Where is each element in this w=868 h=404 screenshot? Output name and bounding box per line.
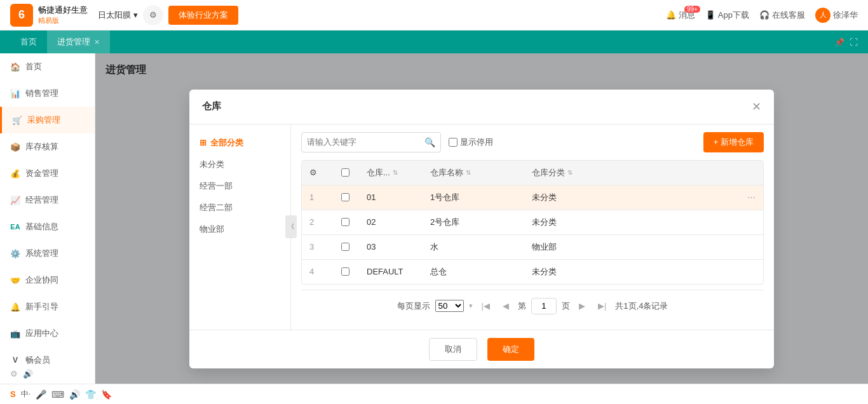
page-input[interactable] bbox=[531, 298, 557, 314]
sidebar-item-guide[interactable]: 🔔 新手引导 bbox=[0, 293, 95, 320]
basic-info-icon: EA bbox=[10, 222, 20, 232]
sidebar-item-collab[interactable]: 🤝 企业协同 bbox=[0, 267, 95, 293]
select-all-checkbox[interactable] bbox=[341, 168, 349, 177]
sidebar-audio-icon[interactable]: 🔊 bbox=[23, 369, 33, 379]
per-page-select[interactable]: 50 10 20 100 bbox=[435, 300, 464, 312]
sidebar-label-system: 系统管理 bbox=[25, 248, 58, 259]
sidebar-label-sales: 销售管理 bbox=[25, 88, 58, 99]
cell-more-4 bbox=[626, 260, 763, 284]
sidebar-item-system[interactable]: ⚙️ 系统管理 bbox=[0, 240, 95, 267]
show-disabled-label[interactable]: 显示停用 bbox=[449, 137, 493, 148]
app-download-btn[interactable]: 📱 App下载 bbox=[705, 10, 749, 21]
cell-more-1: ··· bbox=[626, 185, 763, 210]
settings-icon[interactable]: ⚙ bbox=[143, 5, 163, 25]
apps-icon: 📺 bbox=[10, 328, 20, 339]
tab-purchase[interactable]: 进货管理 ✕ bbox=[47, 30, 110, 53]
col-code: 仓库... ⇅ bbox=[359, 161, 423, 185]
sidebar-item-business[interactable]: 📈 经营管理 bbox=[0, 187, 95, 213]
cancel-button[interactable]: 取消 bbox=[429, 338, 477, 361]
dialog-header: 仓库 ✕ bbox=[189, 90, 774, 125]
table-row: 2 02 2号仓库 未分类 bbox=[302, 210, 763, 235]
cell-cat-4: 未分类 bbox=[524, 260, 626, 284]
search-icon: 🔍 bbox=[424, 137, 435, 147]
first-page-btn[interactable]: |◀ bbox=[478, 300, 494, 312]
col-code-sort-icon[interactable]: ⇅ bbox=[393, 169, 398, 176]
sidebar-item-sales[interactable]: 📊 销售管理 bbox=[0, 80, 95, 107]
add-warehouse-btn[interactable]: + 新增仓库 bbox=[703, 132, 764, 152]
next-page-btn[interactable]: ▶ bbox=[575, 300, 589, 312]
cell-cat-1: 未分类 bbox=[524, 185, 626, 210]
category-collapse-btn[interactable]: 《 bbox=[285, 215, 297, 238]
data-panel: 🔍 显示停用 + 新增仓库 ⚙ bbox=[291, 125, 774, 330]
tshirt-icon[interactable]: 👕 bbox=[85, 389, 96, 400]
cell-cat-3: 物业部 bbox=[524, 235, 626, 259]
online-service-label: 在线客服 bbox=[772, 10, 805, 21]
tab-purchase-label: 进货管理 bbox=[57, 36, 90, 48]
sidebar-settings-icon[interactable]: ⚙ bbox=[10, 369, 18, 379]
col-extra bbox=[626, 161, 763, 185]
category-all-header[interactable]: ⊞ 全部分类 bbox=[189, 132, 290, 154]
last-page-btn[interactable]: ▶| bbox=[594, 300, 610, 312]
cat-item-business1[interactable]: 经营一部 bbox=[189, 175, 290, 197]
sidebar-item-basic-info[interactable]: EA 基础信息 bbox=[0, 213, 95, 240]
row-more-icon-1[interactable]: ··· bbox=[747, 192, 756, 203]
trial-btn[interactable]: 体验行业方案 bbox=[168, 6, 238, 25]
cell-num-3: 3 bbox=[302, 235, 334, 259]
row-checkbox-3[interactable] bbox=[341, 243, 349, 251]
cell-code-1: 01 bbox=[359, 185, 423, 210]
table-header: ⚙ 仓库... ⇅ 仓库名称 ⇅ bbox=[302, 161, 763, 185]
tab-close-icon[interactable]: ✕ bbox=[94, 38, 100, 46]
sidebar-label-basic-info: 基础信息 bbox=[25, 221, 58, 232]
keyboard-icon[interactable]: ⌨ bbox=[51, 389, 64, 400]
cell-cb-3 bbox=[334, 235, 359, 259]
user-menu[interactable]: 人 徐泽华 bbox=[815, 8, 858, 23]
sales-icon: 📊 bbox=[10, 88, 20, 98]
cat-item-unclassified[interactable]: 未分类 bbox=[189, 154, 290, 175]
sousuo-logo: S bbox=[10, 389, 16, 399]
category-panel: ⊞ 全部分类 未分类 经营一部 经营二部 物业部 《 bbox=[189, 125, 291, 330]
speaker-icon[interactable]: 🔊 bbox=[69, 389, 80, 400]
cat-item-property[interactable]: 物业部 bbox=[189, 219, 290, 240]
sidebar-item-finance[interactable]: 💰 资金管理 bbox=[0, 160, 95, 187]
guide-icon: 🔔 bbox=[10, 302, 20, 312]
row-checkbox-2[interactable] bbox=[341, 218, 349, 226]
cat-item-business2[interactable]: 经营二部 bbox=[189, 197, 290, 219]
prev-page-btn[interactable]: ◀ bbox=[499, 300, 513, 312]
table-row: 3 03 水 物业部 bbox=[302, 235, 763, 260]
pin-icon[interactable]: 📌 bbox=[834, 37, 844, 47]
table-row: 4 DEFAULT 总仓 未分类 bbox=[302, 260, 763, 284]
sidebar-label-inventory: 库存核算 bbox=[25, 141, 58, 152]
show-disabled-checkbox[interactable] bbox=[449, 138, 458, 147]
logo-text: 畅捷通好生意 精易版 bbox=[38, 4, 88, 25]
notifications-btn[interactable]: 🔔 消息 99+ bbox=[666, 10, 695, 21]
nav-pin-controls: 📌 ⛶ bbox=[834, 37, 858, 47]
sidebar-label-business: 经营管理 bbox=[25, 194, 58, 206]
search-input[interactable] bbox=[307, 137, 424, 147]
col-category-sort-icon[interactable]: ⇅ bbox=[567, 169, 573, 176]
sidebar-item-inventory[interactable]: 📦 库存核算 bbox=[0, 133, 95, 160]
chinese-text: 中· bbox=[21, 389, 31, 400]
purchase-icon: 🛒 bbox=[12, 115, 22, 125]
tab-home[interactable]: 首页 bbox=[10, 30, 47, 53]
logo-title: 畅捷通好生意 bbox=[38, 4, 88, 16]
mic-icon[interactable]: 🎤 bbox=[36, 389, 46, 400]
sidebar-item-home[interactable]: 🏠 首页 bbox=[0, 53, 95, 80]
sidebar-item-apps[interactable]: 📺 应用中心 bbox=[0, 320, 95, 347]
dialog-close-icon[interactable]: ✕ bbox=[752, 100, 761, 114]
bookmark-icon[interactable]: 🔖 bbox=[101, 389, 112, 400]
col-category: 仓库分类 ⇅ bbox=[524, 161, 626, 185]
confirm-button[interactable]: 确定 bbox=[487, 338, 534, 361]
cell-num-4: 4 bbox=[302, 260, 334, 284]
col-name-sort-icon[interactable]: ⇅ bbox=[466, 169, 471, 176]
expand-icon[interactable]: ⛶ bbox=[850, 37, 858, 47]
row-checkbox-4[interactable] bbox=[341, 267, 349, 276]
cell-name-4: 总仓 bbox=[423, 260, 524, 284]
store-selector[interactable]: 日太阳膜 ▾ bbox=[98, 10, 138, 21]
sidebar-label-apps: 应用中心 bbox=[25, 328, 58, 339]
col-name-label: 仓库名称 bbox=[430, 167, 463, 178]
sidebar-item-purchase[interactable]: 🛒 采购管理 bbox=[0, 107, 95, 133]
row-checkbox-1[interactable] bbox=[341, 193, 349, 201]
cell-more-3 bbox=[626, 235, 763, 259]
online-service-btn[interactable]: 🎧 在线客服 bbox=[759, 10, 805, 21]
cell-code-2: 02 bbox=[359, 210, 423, 234]
